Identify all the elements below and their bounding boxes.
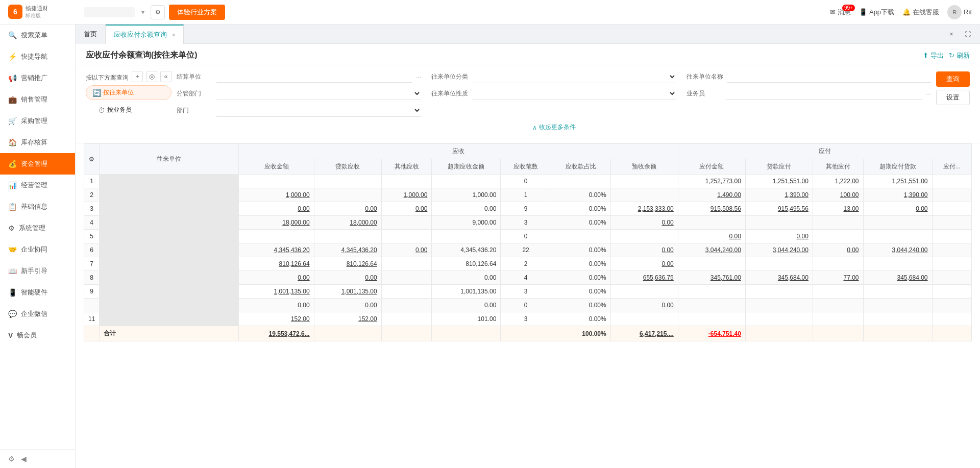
table-cell[interactable]: 0.00 bbox=[610, 243, 678, 257]
unit-category-select[interactable] bbox=[472, 70, 676, 83]
table-cell[interactable] bbox=[610, 230, 678, 243]
table-cell[interactable]: 77.00 bbox=[813, 271, 863, 285]
table-cell[interactable]: 18,000.00 bbox=[314, 216, 381, 230]
table-cell[interactable]: 0.00 bbox=[239, 271, 314, 285]
table-cell[interactable]: 345,684.00 bbox=[863, 271, 932, 285]
tab-close-icon[interactable]: × bbox=[172, 32, 175, 38]
table-cell[interactable] bbox=[314, 175, 381, 188]
table-cell[interactable]: 810,126.64 bbox=[314, 257, 381, 271]
table-cell[interactable] bbox=[863, 230, 932, 243]
tab-query[interactable]: 应收应付余额查询 × bbox=[106, 24, 184, 44]
window-fullscreen-btn[interactable]: ⛶ bbox=[962, 28, 974, 40]
table-cell[interactable] bbox=[381, 285, 432, 299]
table-cell[interactable] bbox=[381, 216, 432, 230]
table-cell[interactable]: 3,044,240.00 bbox=[745, 243, 813, 257]
table-cell[interactable]: 1,001,135.00 bbox=[314, 285, 381, 299]
sidebar-item-basicinfo[interactable]: 📋 基础信息 bbox=[0, 196, 75, 217]
table-cell[interactable]: 13.00 bbox=[813, 202, 863, 216]
table-cell[interactable] bbox=[745, 299, 813, 312]
table-cell[interactable]: 0.00 bbox=[381, 243, 432, 257]
table-cell[interactable] bbox=[381, 257, 432, 271]
table-cell[interactable] bbox=[610, 188, 678, 202]
table-cell[interactable] bbox=[813, 257, 863, 271]
scheme-by-unit[interactable]: 🔄 按往来单位 bbox=[86, 85, 172, 100]
table-cell[interactable] bbox=[678, 257, 745, 271]
table-cell[interactable] bbox=[678, 285, 745, 299]
table-cell[interactable] bbox=[813, 216, 863, 230]
table-cell[interactable]: 0.00 bbox=[314, 299, 381, 312]
table-cell[interactable]: 655,636.75 bbox=[610, 271, 678, 285]
nav-gear-btn[interactable]: ⚙ bbox=[151, 5, 165, 19]
table-cell[interactable] bbox=[381, 271, 432, 285]
dept-manager-select[interactable] bbox=[216, 87, 421, 100]
table-cell[interactable]: 0.00 bbox=[239, 202, 314, 216]
table-cell[interactable]: 345,761.00 bbox=[678, 271, 745, 285]
sidebar-item-sales[interactable]: 💼 销售管理 bbox=[0, 89, 75, 110]
scheme-collapse-btn[interactable]: « bbox=[160, 71, 172, 82]
sidebar-item-collab[interactable]: 🤝 企业协同 bbox=[0, 239, 75, 260]
scheme-by-staff[interactable]: ⏱ 按业务员 bbox=[86, 103, 172, 117]
sidebar-item-finance[interactable]: 💰 资金管理 bbox=[0, 153, 75, 175]
sidebar-item-wechat[interactable]: 💬 企业微信 bbox=[0, 303, 75, 325]
table-cell[interactable]: 0.00 bbox=[610, 299, 678, 312]
sidebar-item-guide[interactable]: 📖 新手引导 bbox=[0, 260, 75, 282]
table-cell[interactable] bbox=[610, 285, 678, 299]
table-cell[interactable]: 1,390.00 bbox=[745, 188, 813, 202]
table-cell[interactable]: 0.00 bbox=[745, 230, 813, 243]
table-cell[interactable]: 4,345,436.20 bbox=[239, 243, 314, 257]
app-download-btn[interactable]: 📱 App下载 bbox=[859, 8, 894, 17]
table-cell[interactable] bbox=[745, 285, 813, 299]
settlement-unit-picker-icon[interactable]: ··· bbox=[416, 73, 421, 81]
table-cell[interactable]: 810,126.64 bbox=[239, 257, 314, 271]
messages-btn[interactable]: ✉ 消息 99+ bbox=[830, 8, 851, 17]
table-cell[interactable] bbox=[813, 299, 863, 312]
table-cell[interactable] bbox=[863, 285, 932, 299]
table-cell[interactable]: 1,001,135.00 bbox=[239, 285, 314, 299]
table-cell[interactable]: 915,495.56 bbox=[745, 202, 813, 216]
unit-name-input[interactable] bbox=[727, 71, 931, 83]
sidebar-item-quicknav[interactable]: ⚡ 快捷导航 bbox=[0, 46, 75, 67]
table-cell[interactable] bbox=[745, 216, 813, 230]
query-button[interactable]: 查询 bbox=[936, 71, 970, 87]
footer-rec-amount[interactable]: 19,553,472,6... bbox=[239, 326, 314, 341]
table-cell[interactable] bbox=[678, 216, 745, 230]
table-cell[interactable] bbox=[745, 312, 813, 326]
table-cell[interactable]: 3,044,240.00 bbox=[678, 243, 745, 257]
table-cell[interactable] bbox=[863, 216, 932, 230]
sidebar-item-member[interactable]: V 畅会员 bbox=[0, 325, 75, 346]
table-cell[interactable] bbox=[745, 257, 813, 271]
table-cell[interactable] bbox=[610, 175, 678, 188]
table-cell[interactable] bbox=[239, 230, 314, 243]
table-cell[interactable]: 0.00 bbox=[610, 257, 678, 271]
tab-home[interactable]: 首页 bbox=[76, 24, 106, 44]
table-cell[interactable]: 0.00 bbox=[381, 202, 432, 216]
table-cell[interactable]: 1,000.00 bbox=[239, 188, 314, 202]
table-cell[interactable]: 915,508.56 bbox=[678, 202, 745, 216]
table-cell[interactable] bbox=[610, 312, 678, 326]
table-cell[interactable] bbox=[863, 257, 932, 271]
table-cell[interactable]: 152.00 bbox=[239, 312, 314, 326]
collapse-filter-btn[interactable]: ∧ 收起更多条件 bbox=[532, 123, 576, 132]
window-close-btn[interactable]: × bbox=[945, 28, 958, 40]
col-settings-header[interactable]: ⚙ bbox=[84, 144, 100, 175]
table-cell[interactable]: 0.00 bbox=[863, 202, 932, 216]
table-cell[interactable]: 0.00 bbox=[239, 299, 314, 312]
settlement-unit-input[interactable] bbox=[216, 71, 412, 83]
sidebar-item-purchase[interactable]: 🛒 采购管理 bbox=[0, 110, 75, 132]
table-cell[interactable] bbox=[381, 312, 432, 326]
table-cell[interactable] bbox=[239, 175, 314, 188]
table-cell[interactable] bbox=[381, 299, 432, 312]
online-service-btn[interactable]: 🔔 在线客服 bbox=[902, 8, 939, 17]
table-cell[interactable]: 0.00 bbox=[610, 216, 678, 230]
table-cell[interactable] bbox=[381, 175, 432, 188]
table-cell[interactable]: 1,490.00 bbox=[678, 188, 745, 202]
scheme-add-btn[interactable]: + bbox=[132, 71, 143, 82]
salesperson-input[interactable] bbox=[726, 88, 922, 100]
export-button[interactable]: ⬆ 导出 bbox=[923, 51, 944, 60]
table-cell[interactable]: 2,153,333.00 bbox=[610, 202, 678, 216]
table-cell[interactable] bbox=[314, 188, 381, 202]
table-cell[interactable] bbox=[813, 230, 863, 243]
table-cell[interactable]: 1,000.00 bbox=[381, 188, 432, 202]
table-cell[interactable] bbox=[678, 299, 745, 312]
table-cell[interactable] bbox=[813, 285, 863, 299]
